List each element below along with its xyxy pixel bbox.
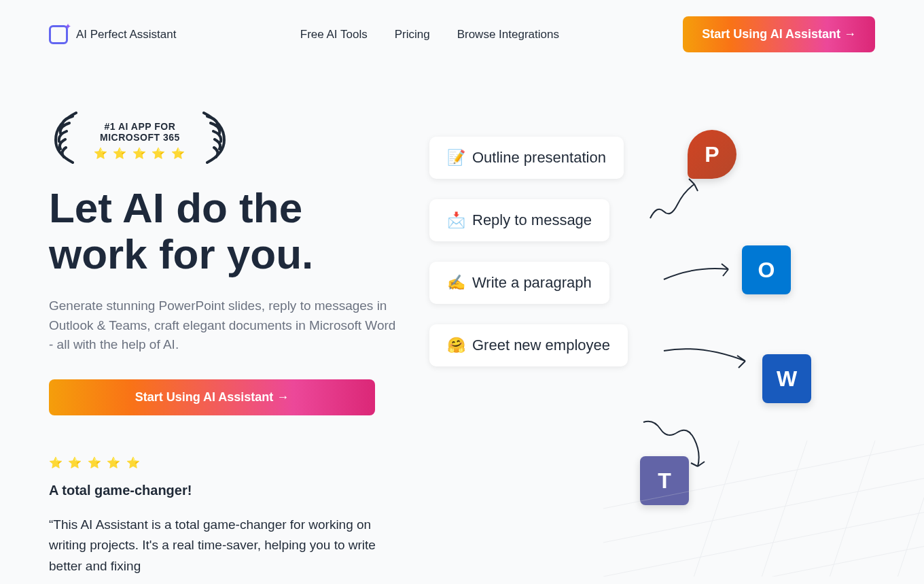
hero-title: Let AI do the work for you. [49, 185, 402, 277]
header-cta-button[interactable]: Start Using AI Assistant → [683, 16, 875, 52]
hero-cta-button[interactable]: Start Using AI Assistant → [49, 379, 375, 415]
task-text: Greet new employee [472, 337, 610, 354]
arrow-squiggle-icon [647, 171, 715, 225]
task-card-write: ✍️ Write a paragraph [429, 262, 609, 304]
hero-cta-label: Start Using AI Assistant → [135, 390, 289, 405]
header-cta-label: Start Using AI Assistant → [702, 27, 856, 41]
task-text: Write a paragraph [472, 274, 592, 292]
laurel-right-icon [197, 109, 231, 171]
outlook-icon: O [742, 245, 791, 294]
main-content: #1 AI APP FOR MICROSOFT 365 ⭐ ⭐ ⭐ ⭐ ⭐ Le… [0, 69, 924, 577]
award-line1: #1 AI APP FOR [94, 121, 186, 132]
nav-pricing[interactable]: Pricing [395, 28, 430, 41]
testimonial-stars: ⭐ ⭐ ⭐ ⭐ ⭐ [49, 456, 402, 469]
testimonial-title: A total game-changer! [49, 483, 402, 498]
task-card-reply: 📩 Reply to message [429, 199, 609, 241]
word-icon: W [762, 354, 811, 403]
main-nav: Free AI Tools Pricing Browse Integration… [300, 28, 559, 41]
task-emoji: ✍️ [447, 274, 465, 292]
hero-description: Generate stunning PowerPoint slides, rep… [49, 296, 402, 355]
laurel-left-icon [49, 109, 83, 171]
task-cards: 📝 Outline presentation 📩 Reply to messag… [429, 137, 875, 366]
task-text: Reply to message [472, 211, 592, 229]
arrow-icon [660, 341, 749, 375]
task-emoji: 📝 [447, 149, 465, 167]
sparkle-icon: ✦ [65, 22, 71, 31]
award-text: #1 AI APP FOR MICROSOFT 365 ⭐ ⭐ ⭐ ⭐ ⭐ [94, 121, 186, 160]
brand-name: AI Perfect Assistant [76, 28, 176, 41]
task-text: Outline presentation [472, 149, 606, 167]
task-emoji: 📩 [447, 211, 465, 229]
task-card-outline: 📝 Outline presentation [429, 137, 624, 179]
arrow-icon [660, 259, 735, 286]
task-card-greet: 🤗 Greet new employee [429, 324, 628, 366]
header: ✦ AI Perfect Assistant Free AI Tools Pri… [0, 0, 924, 69]
powerpoint-icon: P [688, 130, 736, 179]
task-emoji: 🤗 [447, 337, 465, 354]
award-badge: #1 AI APP FOR MICROSOFT 365 ⭐ ⭐ ⭐ ⭐ ⭐ [49, 109, 402, 171]
nav-integrations[interactable]: Browse Integrations [457, 28, 559, 41]
award-stars: ⭐ ⭐ ⭐ ⭐ ⭐ [94, 147, 186, 160]
logo-icon: ✦ [49, 25, 68, 44]
logo-link[interactable]: ✦ AI Perfect Assistant [49, 25, 176, 44]
award-line2: MICROSOFT 365 [94, 132, 186, 143]
grid-background [603, 441, 924, 577]
testimonial-body: “This AI Assistant is a total game-chang… [49, 515, 402, 577]
nav-free-tools[interactable]: Free AI Tools [300, 28, 368, 41]
hero-text-column: #1 AI APP FOR MICROSOFT 365 ⭐ ⭐ ⭐ ⭐ ⭐ Le… [49, 109, 402, 577]
hero-illustration: 📝 Outline presentation 📩 Reply to messag… [429, 109, 875, 577]
